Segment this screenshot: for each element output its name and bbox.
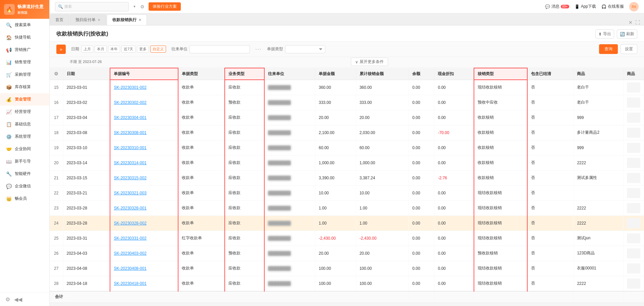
last-7days-btn[interactable]: 近7天 xyxy=(121,46,136,53)
partner-input[interactable] xyxy=(190,45,250,53)
sidebar-item-nav[interactable]: 🏠快捷导航 xyxy=(0,31,49,44)
cell-amount: 10.00 xyxy=(315,185,356,200)
sidebar-item-basic[interactable]: 📋基础信息 xyxy=(0,118,49,130)
sidebar-item-purchase[interactable]: 🛒采购管理 xyxy=(0,68,49,81)
doc-no-link[interactable]: SK-20230328-002 xyxy=(114,221,146,226)
total-total xyxy=(356,291,409,302)
cell-cash-discount: 0.00 xyxy=(434,276,474,291)
cell-partner: ████████ xyxy=(264,246,315,261)
cell-product2 xyxy=(624,170,644,185)
col-partner: 往来单位 xyxy=(264,68,315,80)
sidebar-item-member[interactable]: 👑畅会员 xyxy=(0,192,49,205)
cell-no: 20 xyxy=(50,155,63,170)
cell-date: 2023-03-28 xyxy=(63,200,110,216)
tab-collection[interactable]: 收款核销执行✕ xyxy=(107,14,147,25)
doc-no-link[interactable]: SK-20230308-001 xyxy=(114,130,146,135)
doc-no-link[interactable]: SK-20230328-001 xyxy=(114,206,146,210)
this-year-btn[interactable]: 本年 xyxy=(108,46,120,53)
doc-no-link[interactable]: SK-20230315-002 xyxy=(114,176,146,180)
close-window-icon[interactable]: ✕ xyxy=(629,20,633,25)
cell-doc-type: 收款单 xyxy=(178,110,225,125)
doc-no-link[interactable]: SK-20230418-001 xyxy=(114,281,146,286)
this-month-btn[interactable]: 本月 xyxy=(95,46,107,53)
col-settings-icon[interactable]: ⚙ xyxy=(54,71,58,76)
doc-no-link[interactable]: SK-20230321-003 xyxy=(114,191,146,195)
industry-btn[interactable]: 体验行业方案 xyxy=(149,2,181,11)
cell-amount: 20.00 xyxy=(315,246,356,261)
system-icon: ⚙️ xyxy=(5,134,12,139)
voucher-type-label: 单据类型 xyxy=(267,46,283,52)
cell-product1: 123D商品 xyxy=(574,246,624,261)
cell-no: 21 xyxy=(50,170,63,185)
doc-no-link[interactable]: SK-20230403-002 xyxy=(114,251,146,256)
doc-no-link[interactable]: SK-20230331-002 xyxy=(114,236,146,241)
expand-icon[interactable]: ⛶ xyxy=(635,20,640,25)
sidebar-settings-icon[interactable]: ⚙ xyxy=(5,296,10,303)
cell-partner: ████████ xyxy=(264,140,315,155)
custom-btn[interactable]: 自定义 xyxy=(150,46,166,53)
table-row: 19 2023-03-10 SK-20230310-001 收款单 应收款 ██… xyxy=(50,140,644,155)
hscroll-bar[interactable] xyxy=(50,303,644,306)
doc-no-link[interactable]: SK-20230302-002 xyxy=(114,100,146,105)
refresh-btn[interactable]: 🔄 刷新 xyxy=(617,29,637,39)
cell-date: 2023-04-18 xyxy=(63,276,110,291)
sidebar-item-wechat[interactable]: 💬企业微信 xyxy=(0,180,49,192)
cell-balance: 0.00 xyxy=(409,95,434,110)
cell-total-amount: 20.00 xyxy=(356,110,409,125)
cell-doc-no: SK-20230328-001 xyxy=(110,200,178,216)
cell-cash-discount: 0.00 xyxy=(434,80,474,95)
tab-payable[interactable]: 预归应付单✕ xyxy=(70,14,106,25)
service-item[interactable]: 🎧 在线客服 xyxy=(601,4,624,9)
tab-close-collection[interactable]: ✕ xyxy=(139,18,141,22)
sidebar-back-icon[interactable]: ◀◀ xyxy=(14,296,22,303)
cell-total-amount: 10.00 xyxy=(356,185,409,200)
sidebar-item-operation[interactable]: 📈经营管理 xyxy=(0,106,49,118)
cell-partner: ████████ xyxy=(264,231,315,246)
cell-date: 2023-03-21 xyxy=(63,185,110,200)
sidebar-item-search[interactable]: 🔍搜索菜单 xyxy=(0,19,49,31)
sidebar-item-marketing[interactable]: 📢营销推广 xyxy=(0,44,49,56)
col-biz-type: 业务类型 xyxy=(225,68,265,80)
cell-product2 xyxy=(624,216,644,231)
export-label: 导出 xyxy=(603,31,611,37)
cell-partner: ████████ xyxy=(264,125,315,140)
tab-home[interactable]: 首页 xyxy=(50,14,69,25)
doc-no-link[interactable]: SK-20230310-001 xyxy=(114,145,146,150)
sidebar-item-finance[interactable]: 💰资金管理 xyxy=(0,93,49,106)
topbar-gear-icon[interactable]: ⚙ xyxy=(140,4,145,9)
more-btn[interactable]: 更多 xyxy=(137,46,149,53)
partner-label: 往来单位 xyxy=(171,46,187,52)
last-month-btn[interactable]: 上月 xyxy=(81,46,93,53)
sidebar-item-hardware[interactable]: 🔧智能硬件 xyxy=(0,168,49,180)
settings-btn[interactable]: 设置 xyxy=(621,44,637,54)
query-btn[interactable]: 查询 xyxy=(599,44,618,54)
table-container[interactable]: ⚙ 日期 单据编号 单据类型 业务类型 往来单位 单据金额 累计核销金额 余额 … xyxy=(50,68,644,303)
topbar-search[interactable]: 🔍 搜索 xyxy=(55,2,129,11)
messages-item[interactable]: 💬 消息 99+ xyxy=(545,4,569,9)
cell-biz-type: 应收款 xyxy=(225,80,265,95)
doc-no-link[interactable]: SK-20230408-001 xyxy=(114,266,146,271)
filter-expand-btn[interactable]: » xyxy=(56,45,66,54)
cell-doc-no: SK-20230308-001 xyxy=(110,125,178,140)
tab-close-payable[interactable]: ✕ xyxy=(98,18,100,22)
doc-no-link[interactable]: SK-20230314-001 xyxy=(114,161,146,165)
export-btn[interactable]: ⬆ 导出 xyxy=(595,29,614,39)
doc-no-link[interactable]: SK-20230304-001 xyxy=(114,115,146,120)
partner-value: ████████ xyxy=(268,161,291,165)
cell-biz-type: 应收款 xyxy=(225,216,265,231)
voucher-type-select[interactable] xyxy=(285,45,325,53)
doc-no-link[interactable]: SK-20230301-002 xyxy=(114,85,146,90)
user-avatar[interactable]: Rit xyxy=(629,2,639,11)
sidebar-item-guide[interactable]: 📖新手引导 xyxy=(0,155,49,168)
filter-dots: ··· xyxy=(255,46,262,52)
sidebar-item-enterprise[interactable]: 🤝企业协同 xyxy=(0,143,49,155)
sidebar-item-system[interactable]: ⚙️系统管理 xyxy=(0,130,49,143)
search-icon: 🔍 xyxy=(5,22,12,28)
expand-more-btn[interactable]: ∨ 展开更多条件 xyxy=(351,58,388,66)
cell-no: 18 xyxy=(50,125,63,140)
sidebar-item-sales[interactable]: 📊销售管理 xyxy=(0,56,49,68)
app-download-item[interactable]: 📱 App下载 xyxy=(575,4,596,9)
sidebar-item-inventory[interactable]: 📦库存核算 xyxy=(0,81,49,93)
filter-partner-group: 往来单位 xyxy=(171,45,250,53)
cell-product2 xyxy=(624,200,644,216)
